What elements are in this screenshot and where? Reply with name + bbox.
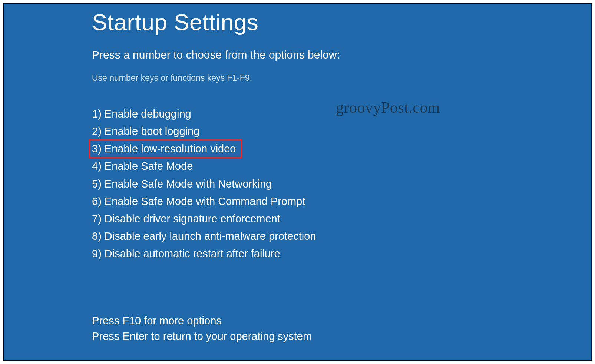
option-3-enable-low-resolution-video[interactable]: 3) Enable low-resolution video: [89, 139, 242, 158]
option-2-enable-boot-logging[interactable]: 2) Enable boot logging: [92, 124, 202, 139]
footer-hints: Press F10 for more options Press Enter t…: [92, 313, 591, 344]
instruction-text: Use number keys or functions keys F1-F9.: [92, 73, 591, 83]
option-1-enable-debugging[interactable]: 1) Enable debugging: [92, 107, 194, 121]
options-list: 1) Enable debugging 2) Enable boot loggi…: [92, 107, 591, 261]
footer-return-os: Press Enter to return to your operating …: [92, 328, 591, 344]
content-area: Startup Settings Press a number to choos…: [4, 4, 591, 344]
option-7-disable-driver-signature-enforcement[interactable]: 7) Disable driver signature enforcement: [92, 212, 283, 226]
option-8-disable-early-launch-anti-malware[interactable]: 8) Disable early launch anti-malware pro…: [92, 229, 319, 244]
startup-settings-screen: Startup Settings Press a number to choos…: [3, 3, 592, 361]
footer-more-options: Press F10 for more options: [92, 313, 591, 328]
option-5-enable-safe-mode-networking[interactable]: 5) Enable Safe Mode with Networking: [92, 177, 275, 191]
watermark-text: groovyPost.com: [336, 99, 440, 116]
option-4-enable-safe-mode[interactable]: 4) Enable Safe Mode: [92, 159, 196, 173]
page-title: Startup Settings: [92, 9, 591, 35]
option-9-disable-automatic-restart[interactable]: 9) Disable automatic restart after failu…: [92, 246, 283, 261]
option-6-enable-safe-mode-command-prompt[interactable]: 6) Enable Safe Mode with Command Prompt: [92, 194, 308, 209]
subtitle: Press a number to choose from the option…: [92, 49, 591, 61]
